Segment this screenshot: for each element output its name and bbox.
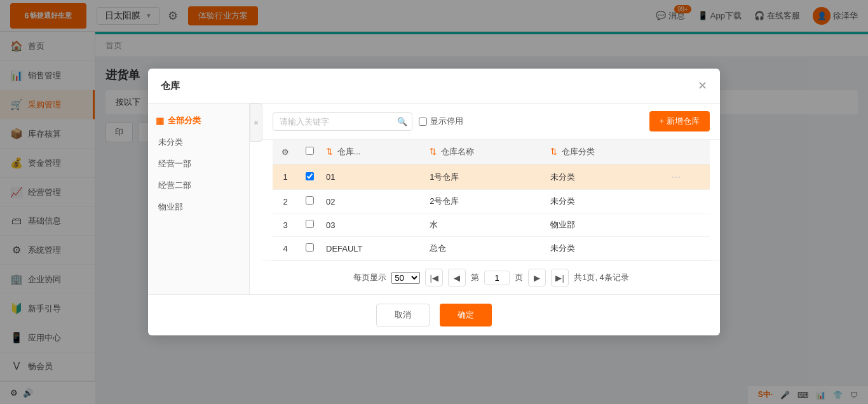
page-size-select[interactable]: 102050100	[391, 272, 420, 284]
cell-name-3: 总仓	[424, 237, 545, 260]
modal-header: 仓库 ✕	[148, 69, 720, 104]
cell-name-1: 2号仓库	[424, 190, 545, 213]
modal-main: 🔍 显示停用 + 新增仓库 ⚙	[262, 104, 720, 294]
cell-seq-2: 3	[273, 213, 298, 237]
col-category: ⇅ 仓库分类	[545, 140, 666, 165]
cell-cb-1	[298, 190, 321, 213]
cell-name-2: 水	[424, 213, 545, 237]
cell-more-0: ···	[666, 165, 710, 190]
cell-name-0: 1号仓库	[424, 165, 545, 190]
cell-no-1: 02	[321, 190, 424, 213]
cell-no-3: DEFAULT	[321, 237, 424, 260]
col-checkbox	[298, 140, 321, 165]
cancel-button[interactable]: 取消	[376, 304, 430, 327]
table-row[interactable]: 2 02 2号仓库 未分类	[273, 190, 710, 213]
modal-toolbar: 🔍 显示停用 + 新增仓库	[262, 104, 720, 140]
modal-pagination: 每页显示 102050100 |◀ ◀ 第 页 ▶ ▶| 共1页, 4条记录	[262, 260, 720, 294]
cell-more-2	[666, 213, 710, 237]
cell-category-3: 未分类	[545, 237, 666, 260]
cell-cb-2	[298, 213, 321, 237]
table-header-row: ⚙ ⇅ 仓库... ⇅ 仓库名称	[273, 140, 710, 165]
show-disabled-label[interactable]: 显示停用	[419, 116, 463, 127]
modal-category-item-2[interactable]: 经营二部	[148, 175, 249, 196]
cell-category-1: 未分类	[545, 190, 666, 213]
sort-icon-no: ⇅	[326, 147, 333, 156]
warehouse-table: ⚙ ⇅ 仓库... ⇅ 仓库名称	[273, 140, 710, 260]
prev-page-button[interactable]: ◀	[448, 269, 466, 286]
show-disabled-checkbox[interactable]	[419, 118, 427, 126]
cell-seq-1: 2	[273, 190, 298, 213]
add-warehouse-button[interactable]: + 新增仓库	[649, 111, 710, 131]
col-no: ⇅ 仓库...	[321, 140, 424, 165]
modal-table: ⚙ ⇅ 仓库... ⇅ 仓库名称	[262, 140, 720, 260]
select-all-checkbox[interactable]	[306, 147, 314, 155]
warehouse-modal: 仓库 ✕ ▦ 全部分类 未分类经营一部经营二部物业部 «	[148, 69, 720, 335]
grid-icon: ▦	[156, 116, 164, 126]
table-row[interactable]: 4 DEFAULT 总仓 未分类	[273, 237, 710, 260]
modal-category-item-1[interactable]: 经营一部	[148, 153, 249, 175]
row-checkbox-1[interactable]	[306, 196, 314, 205]
modal-body: ▦ 全部分类 未分类经营一部经营二部物业部 « 🔍 显示停用	[148, 104, 720, 294]
col-actions	[666, 140, 710, 165]
cell-seq-0: 1	[273, 165, 298, 190]
modal-footer: 取消 确定	[148, 294, 720, 335]
cell-no-0: 01	[321, 165, 424, 190]
modal-sidebar: ▦ 全部分类 未分类经营一部经营二部物业部	[148, 104, 250, 294]
table-row[interactable]: 3 03 水 物业部	[273, 213, 710, 237]
search-wrap: 🔍	[273, 112, 412, 131]
modal-category-item-0[interactable]: 未分类	[148, 131, 249, 153]
modal-sidebar-all-label[interactable]: 全部分类	[168, 115, 201, 126]
cell-seq-3: 4	[273, 237, 298, 260]
modal-close-button[interactable]: ✕	[698, 79, 707, 93]
page-number-input[interactable]	[484, 271, 510, 285]
more-icon-0[interactable]: ···	[671, 170, 681, 183]
confirm-button[interactable]: 确定	[440, 304, 492, 327]
modal-title: 仓库	[161, 80, 180, 92]
cell-no-2: 03	[321, 213, 424, 237]
last-page-button[interactable]: ▶|	[551, 269, 569, 286]
page-summary: 共1页, 4条记录	[574, 272, 629, 283]
sort-icon-name: ⇅	[430, 147, 437, 156]
next-page-button[interactable]: ▶	[528, 269, 546, 286]
show-disabled-text: 显示停用	[430, 116, 463, 127]
page-word: 第	[471, 272, 479, 283]
modal-sidebar-header: ▦ 全部分类	[148, 110, 249, 131]
cell-category-2: 物业部	[545, 213, 666, 237]
modal-overlay: 仓库 ✕ ▦ 全部分类 未分类经营一部经营二部物业部 «	[0, 0, 868, 404]
col-gear: ⚙	[273, 140, 298, 165]
cell-more-1	[666, 190, 710, 213]
first-page-button[interactable]: |◀	[425, 269, 443, 286]
cell-cb-0	[298, 165, 321, 190]
cell-cb-3	[298, 237, 321, 260]
table-row[interactable]: 1 01 1号仓库 未分类 ···	[273, 165, 710, 190]
row-checkbox-2[interactable]	[306, 220, 314, 228]
row-checkbox-3[interactable]	[306, 243, 314, 252]
search-icon[interactable]: 🔍	[397, 117, 407, 126]
cell-category-0: 未分类	[545, 165, 666, 190]
col-name: ⇅ 仓库名称	[424, 140, 545, 165]
page-size-label: 每页显示	[353, 272, 386, 283]
row-checkbox-0[interactable]	[306, 172, 314, 180]
cell-more-3	[666, 237, 710, 260]
search-input[interactable]	[273, 112, 412, 131]
modal-category-item-3[interactable]: 物业部	[148, 196, 249, 218]
sidebar-collapse-button[interactable]: «	[250, 104, 262, 142]
page-unit: 页	[515, 272, 523, 283]
sort-icon-category: ⇅	[550, 147, 557, 156]
